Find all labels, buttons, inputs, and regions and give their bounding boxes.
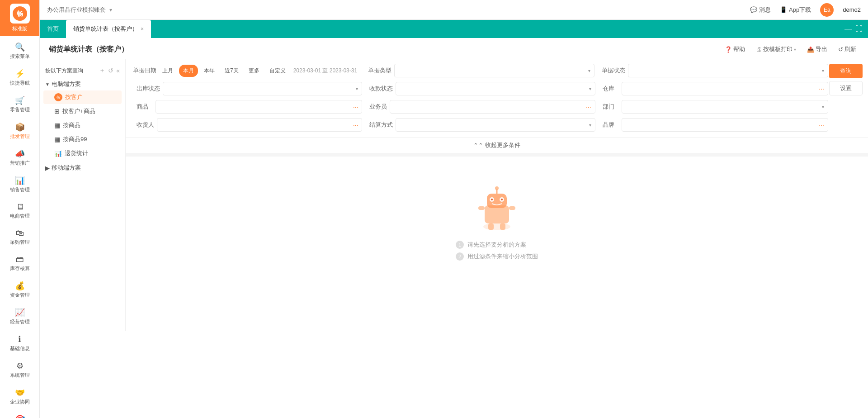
svg-rect-11 bbox=[488, 223, 494, 230]
receiver-label: 收货人 bbox=[137, 121, 154, 129]
scheme-by-goods-99[interactable]: ▦ 按商品99 bbox=[43, 133, 122, 146]
svg-point-8 bbox=[501, 199, 503, 200]
tip-num-1: 1 bbox=[456, 241, 464, 249]
sidebar-item-basic[interactable]: ℹ 基础信息 bbox=[0, 330, 39, 356]
payment-select[interactable]: ▾ bbox=[396, 118, 595, 132]
svg-rect-13 bbox=[478, 206, 485, 210]
goods-select[interactable]: ··· bbox=[156, 100, 362, 114]
tab-fullscreen-icon[interactable]: ⛶ bbox=[855, 25, 863, 33]
logo-area[interactable]: 畅 标准版 bbox=[0, 0, 39, 36]
sidebar-item-quicknav[interactable]: ⚡ 快捷导航 bbox=[0, 64, 39, 91]
collapse-bar[interactable]: ⌃⌃ 收起更多条件 bbox=[126, 137, 868, 153]
date-last7[interactable]: 近7天 bbox=[221, 65, 243, 77]
warehouse-select[interactable]: ··· bbox=[622, 82, 828, 95]
brand-row: 品牌 ··· bbox=[599, 118, 832, 132]
print-btn[interactable]: 🖨 按模板打印 ▾ bbox=[753, 43, 799, 55]
brand-select[interactable]: ··· bbox=[622, 118, 828, 132]
salesman-select[interactable]: ··· bbox=[390, 100, 595, 114]
tab-close-icon[interactable]: × bbox=[141, 26, 144, 32]
mobile-arrow-icon: ▶ bbox=[45, 165, 50, 171]
guide-icon: 🎯 bbox=[15, 414, 25, 418]
date-range: 2023-03-01 至 2023-03-31 bbox=[293, 67, 357, 75]
sidebar-item-ecommerce[interactable]: 🖥 电商管理 bbox=[0, 198, 39, 224]
collect-status-label: 收款状态 bbox=[369, 85, 393, 93]
panel-header: 按以下方案查询 ＋ ↺ « bbox=[40, 63, 125, 78]
tab-home[interactable]: 首页 bbox=[40, 20, 66, 38]
date-this-year[interactable]: 本年 bbox=[200, 65, 219, 77]
ship-status-select[interactable]: ▾ bbox=[163, 82, 362, 95]
help-btn[interactable]: ❓ 帮助 bbox=[722, 43, 748, 55]
content-divider bbox=[126, 153, 868, 157]
panel-tools: ＋ ↺ « bbox=[99, 66, 120, 75]
svg-point-2 bbox=[483, 223, 510, 230]
sidebar-item-sales[interactable]: 📊 销售管理 bbox=[0, 171, 39, 198]
date-filter-row: 单据日期 上月 本月 本年 近7天 更多 自定义 2023-03-01 至 20… bbox=[133, 65, 364, 77]
sidebar-item-inventory[interactable]: 🗃 库存核算 bbox=[0, 250, 39, 276]
content-area: 销货单统计表（按客户） ❓ 帮助 🖨 按模板打印 ▾ 📤 导出 bbox=[40, 38, 868, 418]
doc-type-select[interactable]: ▾ bbox=[394, 64, 594, 77]
page-content: 销货单统计表（按客户） ❓ 帮助 🖨 按模板打印 ▾ 📤 导出 bbox=[40, 38, 868, 418]
query-button[interactable]: 查询 bbox=[829, 64, 863, 78]
ship-arrow: ▾ bbox=[356, 86, 358, 91]
app-download-btn[interactable]: 📱 App下载 bbox=[780, 6, 811, 14]
add-scheme-btn[interactable]: ＋ bbox=[99, 66, 105, 75]
query-buttons: 查询 设置 bbox=[829, 64, 863, 95]
doc-status-select[interactable]: ▾ bbox=[628, 64, 828, 77]
sidebar-item-corp[interactable]: 🤝 企业协同 bbox=[0, 383, 39, 410]
goods-label: 商品 bbox=[137, 103, 153, 111]
print-arrow: ▾ bbox=[794, 47, 796, 52]
sidebar-menu: 🔍 搜索菜单 ⚡ 快捷导航 🛒 零售管理 📦 批发管理 📣 营销推广 📊 销售管… bbox=[0, 36, 39, 418]
sidebar-item-search[interactable]: 🔍 搜索菜单 bbox=[0, 38, 39, 64]
user-avatar[interactable]: Ea bbox=[820, 3, 834, 17]
refresh-btn[interactable]: ↺ 刷新 bbox=[835, 43, 859, 55]
sidebar-item-marketing[interactable]: 📣 营销推广 bbox=[0, 144, 39, 171]
sidebar-item-retail[interactable]: 🛒 零售管理 bbox=[0, 91, 39, 118]
collapse-panel-btn[interactable]: « bbox=[116, 67, 120, 74]
department-select[interactable]: ▾ bbox=[622, 100, 828, 114]
svg-text:畅: 畅 bbox=[17, 10, 23, 17]
breadcrumb-arrow[interactable]: ▾ bbox=[109, 7, 112, 13]
department-row: 部门 ▾ bbox=[599, 100, 832, 114]
collect-status-row: 收款状态 ▾ bbox=[366, 82, 599, 95]
filter-section: 单据日期 上月 本月 本年 近7天 更多 自定义 2023-03-01 至 20… bbox=[126, 59, 868, 331]
date-more[interactable]: 更多 bbox=[245, 65, 264, 77]
logo-label: 标准版 bbox=[12, 25, 27, 32]
message-btn[interactable]: 💬 消息 bbox=[750, 6, 771, 14]
refresh-scheme-btn[interactable]: ↺ bbox=[108, 67, 113, 74]
scheme-icon-customer: 按 bbox=[54, 93, 62, 101]
refresh-icon: ↺ bbox=[838, 46, 843, 53]
sidebar-item-finance[interactable]: 💰 资金管理 bbox=[0, 276, 39, 303]
desktop-scheme-group: ▼ 电脑端方案 按 按客户 ⊞ 按客户+商品 bbox=[40, 78, 125, 160]
brand-label: 品牌 bbox=[603, 121, 619, 129]
receiver-select[interactable]: ··· bbox=[157, 118, 362, 132]
date-last-month[interactable]: 上月 bbox=[158, 65, 177, 77]
svg-rect-4 bbox=[487, 194, 507, 208]
scheme-by-customer-goods[interactable]: ⊞ 按客户+商品 bbox=[43, 104, 122, 118]
sidebar-item-wholesale[interactable]: 📦 批发管理 bbox=[0, 118, 39, 144]
help-icon: ❓ bbox=[725, 46, 732, 53]
scheme-by-goods[interactable]: ▦ 按商品 bbox=[43, 119, 122, 132]
scheme-icon-goods-99: ▦ bbox=[54, 136, 60, 143]
sidebar-item-purchase[interactable]: 🛍 采购管理 bbox=[0, 224, 39, 250]
date-custom[interactable]: 自定义 bbox=[265, 65, 290, 77]
sidebar-item-operation[interactable]: 📈 经营管理 bbox=[0, 303, 39, 330]
desktop-group-header[interactable]: ▼ 电脑端方案 bbox=[42, 78, 123, 90]
brand-dots: ··· bbox=[819, 121, 824, 128]
doc-type-label: 单据类型 bbox=[368, 66, 392, 75]
collect-status-select[interactable]: ▾ bbox=[396, 82, 595, 95]
tab-minimize-icon[interactable]: — bbox=[844, 25, 852, 33]
export-btn[interactable]: 📤 导出 bbox=[804, 43, 830, 55]
salesman-row: 业务员 ··· bbox=[366, 100, 599, 114]
scheme-return-stats[interactable]: 📊 退货统计 bbox=[43, 147, 122, 160]
sidebar-item-system[interactable]: ⚙ 系统管理 bbox=[0, 356, 39, 383]
date-this-month[interactable]: 本月 bbox=[179, 65, 198, 77]
mobile-group-header[interactable]: ▶ 移动端方案 bbox=[42, 162, 123, 174]
scheme-by-customer[interactable]: 按 按客户 bbox=[43, 90, 122, 104]
warehouse-dots: ··· bbox=[819, 85, 824, 92]
empty-tip-1: 1 请先选择要分析的方案 bbox=[456, 241, 538, 249]
doc-status-arrow: ▾ bbox=[822, 68, 824, 73]
sidebar-item-guide[interactable]: 🎯 新手引导 bbox=[0, 410, 39, 418]
svg-point-7 bbox=[491, 199, 493, 200]
setting-button[interactable]: 设置 bbox=[829, 81, 863, 95]
tab-active[interactable]: 销货单统计表（按客户） × bbox=[66, 20, 151, 38]
